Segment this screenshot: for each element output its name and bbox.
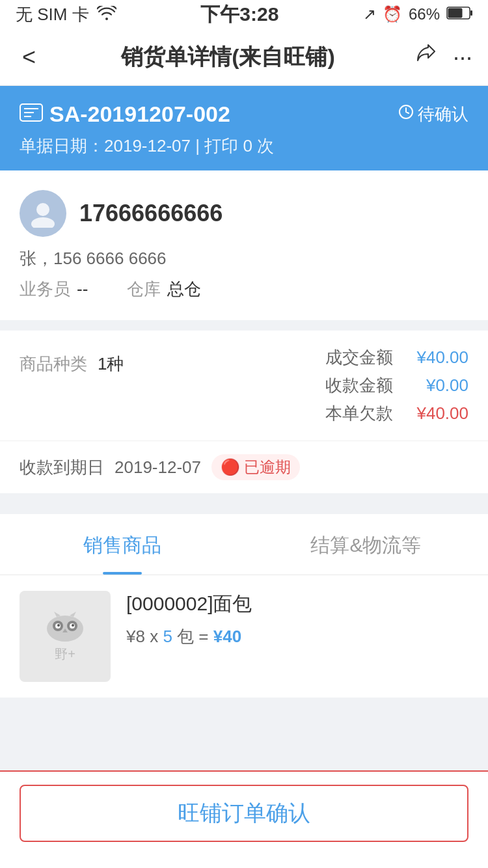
amount-label-2: 本单欠款 bbox=[325, 402, 393, 425]
due-date-section: 收款到期日 2019-12-07 🔴 已逾期 bbox=[0, 441, 488, 493]
order-status: 待确认 bbox=[398, 103, 468, 126]
multiply-symbol: x bbox=[150, 627, 158, 646]
tab-sales-products[interactable]: 销售商品 bbox=[0, 514, 244, 575]
customer-row: 17666666666 bbox=[20, 190, 468, 237]
price-value: ¥8 bbox=[126, 627, 145, 646]
product-thumb-inner: 野+ bbox=[42, 610, 88, 663]
svg-point-15 bbox=[57, 624, 60, 627]
order-id-row: SA-20191207-002 待确认 bbox=[20, 102, 468, 127]
salesperson-label: 业务员 bbox=[20, 278, 70, 301]
warning-icon: 🔴 bbox=[221, 458, 240, 476]
more-icon[interactable]: ··· bbox=[453, 44, 472, 71]
nav-actions: ··· bbox=[414, 42, 472, 72]
customer-meta: 业务员 -- 仓库 总仓 bbox=[20, 278, 468, 301]
svg-point-8 bbox=[36, 203, 49, 216]
amount-item-0: 成交金额 ¥40.00 bbox=[325, 346, 468, 369]
salesperson-value: -- bbox=[77, 279, 88, 299]
divider-1 bbox=[0, 320, 488, 331]
product-qty: 5 bbox=[163, 627, 172, 646]
back-button[interactable]: < bbox=[16, 37, 42, 77]
product-unit: 包 bbox=[177, 627, 194, 646]
product-section: 野+ [0000002]面包 ¥8 x 5 包 = ¥40 bbox=[0, 575, 488, 698]
svg-point-9 bbox=[31, 217, 55, 228]
order-header: SA-20191207-002 待确认 单据日期：2019-12-07 | 打印… bbox=[0, 86, 488, 170]
order-id: SA-20191207-002 bbox=[20, 102, 230, 127]
brand-plus: 野+ bbox=[55, 645, 75, 663]
product-price: ¥8 x 5 包 = ¥40 bbox=[126, 625, 468, 648]
status-bar: 无 SIM 卡 下午3:28 ↗ ⏰ 66% bbox=[0, 0, 488, 29]
product-total: ¥40 bbox=[213, 627, 241, 646]
warehouse-item: 仓库 总仓 bbox=[127, 278, 201, 301]
amounts-section: 商品种类 1种 成交金额 ¥40.00 收款金额 ¥0.00 本单欠款 ¥40.… bbox=[0, 331, 488, 441]
amount-label-1: 收款金额 bbox=[325, 374, 393, 397]
product-thumbnail: 野+ bbox=[20, 591, 111, 682]
amounts-row: 商品种类 1种 成交金额 ¥40.00 收款金额 ¥0.00 本单欠款 ¥40.… bbox=[20, 346, 468, 425]
svg-rect-1 bbox=[470, 10, 472, 16]
product-types-label: 商品种类 bbox=[20, 353, 87, 375]
amount-value-2: ¥40.00 bbox=[403, 403, 468, 424]
svg-marker-19 bbox=[70, 612, 76, 617]
equals-symbol: = bbox=[198, 627, 208, 646]
amounts-list: 成交金额 ¥40.00 收款金额 ¥0.00 本单欠款 ¥40.00 bbox=[325, 346, 468, 425]
order-date: 单据日期：2019-12-07 | 打印 0 次 bbox=[20, 135, 468, 157]
product-types-value: 1种 bbox=[98, 353, 124, 375]
avatar bbox=[20, 190, 66, 237]
page-title: 销货单详情(来自旺铺) bbox=[121, 42, 335, 72]
customer-section: 17666666666 张，156 6666 6666 业务员 -- 仓库 总仓 bbox=[0, 170, 488, 320]
status-right: ↗ ⏰ 66% bbox=[363, 5, 472, 23]
confirm-button-area: 旺铺订单确认 bbox=[0, 770, 488, 868]
status-time: 下午3:28 bbox=[200, 1, 278, 28]
tabs-row: 销售商品 结算&物流等 bbox=[0, 514, 488, 575]
due-date-value: 2019-12-07 bbox=[115, 457, 201, 478]
battery-text: 66% bbox=[409, 5, 440, 23]
svg-rect-2 bbox=[448, 8, 462, 18]
battery-icon bbox=[446, 5, 472, 23]
amount-value-0: ¥40.00 bbox=[403, 347, 468, 368]
share-icon[interactable] bbox=[414, 42, 437, 72]
location-icon: ↗ bbox=[363, 5, 376, 23]
customer-phone: 17666666666 bbox=[79, 200, 223, 227]
confirm-order-button[interactable]: 旺铺订单确认 bbox=[20, 785, 468, 842]
product-item: 野+ [0000002]面包 ¥8 x 5 包 = ¥40 bbox=[20, 591, 468, 682]
nav-bar: < 销货单详情(来自旺铺) ··· bbox=[0, 29, 488, 86]
salesperson-item: 业务员 -- bbox=[20, 278, 88, 301]
status-left: 无 SIM 卡 bbox=[16, 3, 116, 26]
carrier-text: 无 SIM 卡 bbox=[16, 3, 89, 26]
alarm-icon: ⏰ bbox=[383, 5, 402, 23]
amount-label-0: 成交金额 bbox=[325, 346, 393, 369]
tab-settlement[interactable]: 结算&物流等 bbox=[244, 514, 488, 575]
warehouse-label: 仓库 bbox=[127, 278, 161, 301]
svg-point-16 bbox=[72, 624, 74, 627]
product-info: [0000002]面包 ¥8 x 5 包 = ¥40 bbox=[126, 591, 468, 648]
order-icon bbox=[20, 102, 43, 127]
customer-name: 张，156 6666 6666 bbox=[20, 247, 468, 270]
amount-item-1: 收款金额 ¥0.00 bbox=[325, 374, 468, 397]
tabs-section: 销售商品 结算&物流等 bbox=[0, 514, 488, 698]
wifi-icon bbox=[97, 5, 116, 25]
overdue-badge: 🔴 已逾期 bbox=[211, 454, 300, 480]
clock-icon bbox=[398, 104, 414, 124]
amount-item-2: 本单欠款 ¥40.00 bbox=[325, 402, 468, 425]
due-date-label: 收款到期日 bbox=[20, 456, 104, 479]
amount-value-1: ¥0.00 bbox=[403, 375, 468, 396]
svg-marker-18 bbox=[54, 612, 61, 617]
warehouse-value: 总仓 bbox=[167, 278, 201, 301]
divider-2 bbox=[0, 493, 488, 504]
product-name: [0000002]面包 bbox=[126, 591, 468, 617]
product-types: 商品种类 1种 bbox=[20, 346, 124, 375]
